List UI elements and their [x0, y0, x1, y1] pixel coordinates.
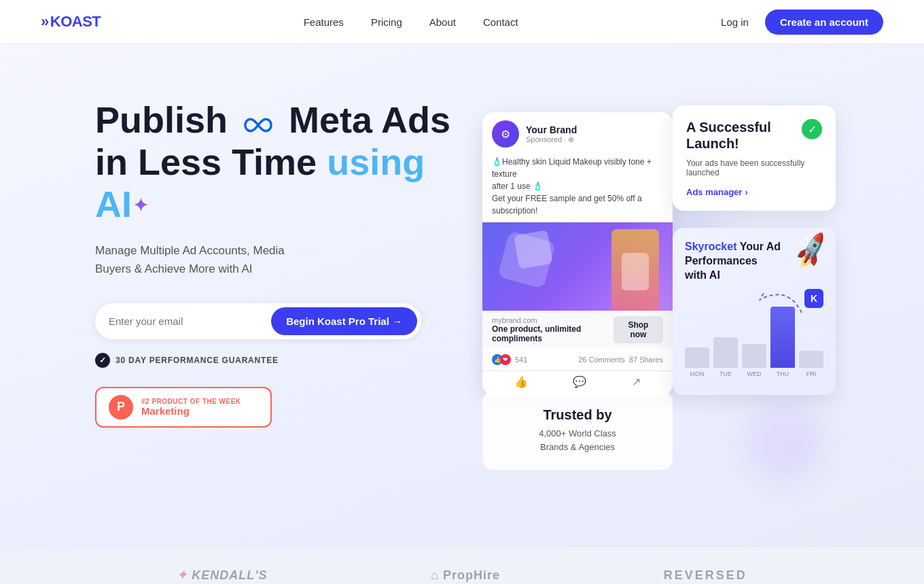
like-button[interactable]: 👍: [514, 375, 528, 388]
hero-left: Publish Meta Ads in Less Time using AI✦ …: [95, 99, 462, 428]
success-check-icon: ✓: [802, 119, 822, 139]
brand-logo[interactable]: » KOAST: [41, 13, 101, 31]
bar-wed: WED: [742, 344, 766, 377]
performance-curve: [754, 279, 808, 320]
bar-tue: TUE: [713, 337, 738, 377]
nav-features[interactable]: Features: [304, 16, 344, 28]
success-title: A SuccessfulLaunch!: [686, 119, 771, 152]
share-button[interactable]: ↗: [632, 375, 641, 388]
guarantee-badge: ✓ 30 DAY PERFORMANCE GUARANTEE: [95, 353, 462, 368]
success-header: A SuccessfulLaunch! ✓: [686, 119, 822, 152]
nav-contact[interactable]: Contact: [483, 16, 518, 28]
ad-preview-card: ⚙ Your Brand Sponsored · ⊕ 🧴Healthy skin…: [482, 112, 673, 395]
chart-card: Skyrocket Your AdPerformanceswith AI 🚀 K…: [673, 228, 836, 395]
guarantee-icon: ✓: [95, 353, 110, 368]
ad-reactions: 👍 ❤ 541 26 Comments 87 Shares: [482, 349, 673, 371]
bar-wed-fill: [742, 344, 766, 368]
reaction-dots: 👍 ❤: [492, 354, 511, 365]
comment-button[interactable]: 💬: [573, 375, 586, 388]
email-form: Begin Koast Pro Trial →: [95, 303, 421, 339]
ad-text: 🧴Healthy skin Liquid Makeup visibly tone…: [482, 153, 673, 222]
product-hunt-badge[interactable]: P #2 PRODUCT OF THE WEEK Marketing: [95, 387, 272, 428]
product-hunt-icon: P: [109, 395, 133, 419]
nav-links: Features Pricing About Contact: [304, 16, 518, 28]
logo-reversed: REVERSED: [664, 568, 747, 583]
ad-brand-info: Your Brand Sponsored · ⊕: [526, 124, 577, 144]
trusted-subtitle: 4,000+ World ClassBrands & Agencies: [499, 427, 656, 453]
logo-kendalls: ✦ KENDALL'S: [177, 568, 267, 583]
logo-text: KOAST: [50, 13, 101, 31]
logo-arrow: »: [41, 13, 49, 31]
ads-manager-link[interactable]: Ads manager ›: [686, 187, 822, 197]
ad-card-header: ⚙ Your Brand Sponsored · ⊕: [482, 112, 673, 153]
trusted-box: Trusted by 4,000+ World ClassBrands & Ag…: [482, 391, 673, 470]
meta-logo-icon: [241, 115, 276, 135]
hero-right: ⚙ Your Brand Sponsored · ⊕ 🧴Healthy skin…: [462, 99, 856, 506]
navbar: » KOAST Features Pricing About Contact L…: [0, 0, 924, 44]
logo-strip: ✦ KENDALL'S ⌂ PropHire REVERSED: [0, 547, 924, 584]
title-line2: in Less Time using AI✦: [95, 141, 425, 224]
logo-prophire: ⌂ PropHire: [431, 568, 500, 583]
title-line1: Publish Meta Ads: [95, 99, 450, 140]
trial-button[interactable]: Begin Koast Pro Trial →: [271, 307, 417, 335]
comments-count: 26 Comments 87 Shares: [578, 356, 663, 364]
nav-pricing[interactable]: Pricing: [371, 16, 402, 28]
email-input[interactable]: [109, 315, 264, 327]
bar-fri: FRI: [799, 351, 823, 377]
bar-mon-fill: [685, 347, 709, 368]
bar-fri-fill: [799, 351, 823, 368]
product-hunt-text: #2 PRODUCT OF THE WEEK Marketing: [141, 398, 241, 417]
ad-footer: mybrand.com One product, unlimited compl…: [482, 311, 673, 349]
hero-section: Publish Meta Ads in Less Time using AI✦ …: [0, 44, 924, 547]
nav-right: Log in Create an account: [721, 10, 883, 35]
nav-about[interactable]: About: [429, 16, 456, 28]
ad-image: [482, 222, 673, 311]
ad-footer-left: mybrand.com One product, unlimited compl…: [492, 316, 614, 343]
hero-title: Publish Meta Ads in Less Time using AI✦: [95, 99, 462, 225]
ad-brand-icon: ⚙: [492, 120, 519, 148]
shop-now-button[interactable]: Shop now: [614, 316, 663, 343]
create-account-button[interactable]: Create an account: [765, 10, 883, 35]
heart-icon: ❤: [500, 354, 511, 365]
bar-tue-fill: [713, 337, 738, 368]
success-card: A SuccessfulLaunch! ✓ Your ads have been…: [673, 105, 836, 211]
rocket-icon: 🚀: [792, 230, 832, 270]
hero-subtitle: Manage Multiple Ad Accounts, Media Buyer…: [95, 241, 462, 278]
chart-bars: MON TUE WED THU FRI: [685, 309, 823, 377]
bar-mon: MON: [685, 347, 709, 377]
ad-reactions-left: 👍 ❤ 541: [492, 354, 527, 365]
login-link[interactable]: Log in: [721, 16, 749, 28]
